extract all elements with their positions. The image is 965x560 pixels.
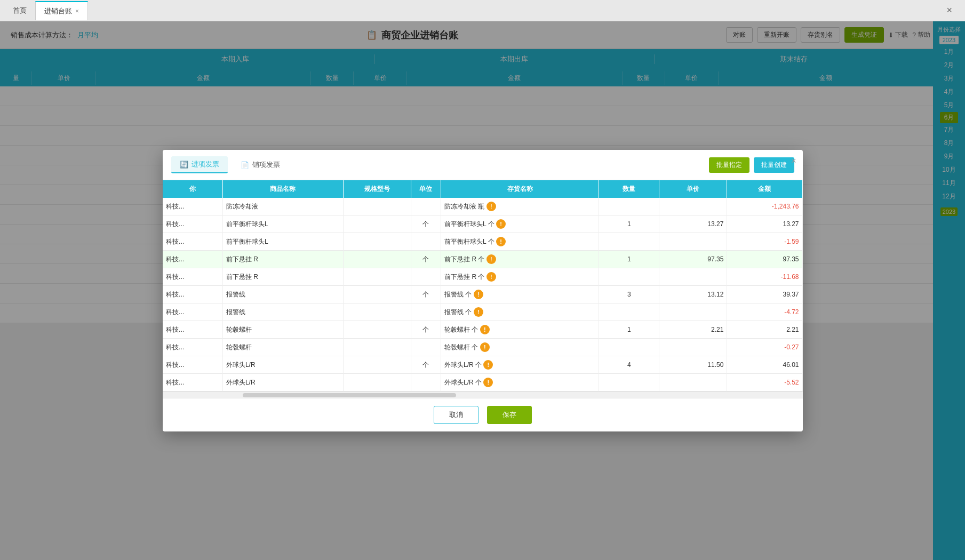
cell-price: 13.12 (659, 286, 727, 303)
cell-unit (411, 303, 441, 321)
cell-inventory: 前平衡杆球头L 个 ! (441, 233, 599, 251)
purchase-tab-label: 进项发票 (192, 159, 219, 169)
cell-product: 前下悬挂 R (222, 251, 343, 268)
table-row: 科技… 外球头L/R 个 外球头L/R 个 ! 4 11.50 46.01 (163, 356, 803, 374)
warning-icon[interactable]: ! (496, 237, 506, 246)
save-button[interactable]: 保存 (487, 406, 532, 424)
cell-company: 科技… (163, 233, 223, 251)
cell-spec (343, 321, 411, 339)
cancel-button[interactable]: 取消 (434, 406, 478, 424)
cell-unit: 个 (411, 286, 441, 303)
cell-amount: -5.52 (727, 374, 802, 391)
warning-icon[interactable]: ! (496, 219, 506, 229)
cell-product: 轮毂螺杆 (222, 339, 343, 356)
cell-spec (343, 374, 411, 391)
warning-icon[interactable]: ! (474, 307, 483, 317)
modal-table-container[interactable]: 你 商品名称 规格型号 单位 存货名称 数量 单价 金额 科技… 防冻冷却液 (163, 180, 803, 391)
cell-qty (599, 198, 659, 215)
purchase-tab-icon: 🔄 (180, 161, 188, 169)
cell-company: 科技… (163, 356, 223, 374)
col-price: 单价 (659, 180, 727, 198)
modal-horizontal-scrollbar[interactable] (163, 391, 803, 398)
cell-price (659, 268, 727, 286)
cell-qty (599, 303, 659, 321)
cell-amount: 46.01 (727, 356, 802, 374)
warning-icon[interactable]: ! (474, 290, 483, 299)
cell-spec (343, 215, 411, 233)
cell-qty (599, 374, 659, 391)
table-row: 科技… 前下悬挂 R 个 前下悬挂 R 个 ! 1 97.35 97.35 (163, 251, 803, 268)
cell-amount: -11.68 (727, 268, 802, 286)
table-row: 科技… 前平衡杆球头L 前平衡杆球头L 个 ! -1.59 (163, 233, 803, 251)
cell-amount: -1.59 (727, 233, 802, 251)
main-background: 销售成本计算方法： 月平均 📋 商贸企业进销台账 对账 重新开账 存货别名 生成… (0, 21, 965, 560)
modal-footer: 取消 保存 (163, 398, 803, 431)
cell-company: 科技… (163, 286, 223, 303)
tab-purchase-invoice[interactable]: 🔄 进项发票 (171, 156, 228, 173)
cell-company: 科技… (163, 215, 223, 233)
cell-qty: 1 (599, 321, 659, 339)
tab-sales-invoice[interactable]: 📄 销项发票 (232, 157, 289, 173)
scrollbar-thumb[interactable] (243, 393, 456, 397)
cell-price: 2.21 (659, 321, 727, 339)
col-spec: 规格型号 (343, 180, 411, 198)
cell-company: 科技… (163, 303, 223, 321)
cell-inventory: 防冻冷却液 瓶 ! (441, 198, 599, 215)
cell-price (659, 374, 727, 391)
warning-icon[interactable]: ! (480, 342, 490, 352)
cell-qty: 4 (599, 356, 659, 374)
cell-qty: 3 (599, 286, 659, 303)
cell-unit (411, 268, 441, 286)
cell-inventory: 轮毂螺杆 个 ! (441, 339, 599, 356)
cell-company: 科技… (163, 339, 223, 356)
table-row: 科技… 外球头L/R 外球头L/R 个 ! -5.52 (163, 374, 803, 391)
warning-icon[interactable]: ! (487, 202, 496, 211)
tab-close-icon[interactable]: × (75, 7, 79, 15)
cell-inventory: 轮毂螺杆 个 ! (441, 321, 599, 339)
tab-home-label: 首页 (13, 6, 27, 15)
cell-spec (343, 339, 411, 356)
cell-product: 防冻冷却液 (222, 198, 343, 215)
col-unit: 单位 (411, 180, 441, 198)
tab-ledger[interactable]: 进销台账 × (35, 1, 88, 20)
modal-close-button[interactable]: × (791, 156, 796, 166)
cell-company: 科技… (163, 321, 223, 339)
cell-company: 科技… (163, 268, 223, 286)
sales-tab-icon: 📄 (241, 161, 249, 169)
warning-icon[interactable]: ! (483, 360, 493, 370)
warning-icon[interactable]: ! (487, 254, 496, 264)
cell-amount: 39.37 (727, 286, 802, 303)
cell-amount: 13.27 (727, 215, 802, 233)
cell-inventory: 前下悬挂 R 个 ! (441, 251, 599, 268)
cell-product: 前下悬挂 R (222, 268, 343, 286)
cell-spec (343, 303, 411, 321)
cell-company: 科技… (163, 374, 223, 391)
warning-icon[interactable]: ! (480, 325, 490, 334)
col-product: 商品名称 (222, 180, 343, 198)
cell-spec (343, 268, 411, 286)
cell-price (659, 198, 727, 215)
cell-unit: 个 (411, 251, 441, 268)
cell-company: 科技… (163, 251, 223, 268)
tab-bar: 首页 进销台账 × × (0, 0, 965, 21)
cell-spec (343, 251, 411, 268)
cell-product: 报警线 (222, 286, 343, 303)
cell-company: 科技… (163, 198, 223, 215)
batch-create-button[interactable]: 批量创建 (754, 157, 794, 173)
cell-qty (599, 233, 659, 251)
tab-home[interactable]: 首页 (4, 2, 35, 20)
sales-tab-label: 销项发票 (252, 160, 280, 170)
cell-inventory: 前平衡杆球头L 个 ! (441, 215, 599, 233)
cell-amount: -4.72 (727, 303, 802, 321)
window-close-icon[interactable]: × (938, 5, 961, 16)
table-row: 科技… 报警线 个 报警线 个 ! 3 13.12 39.37 (163, 286, 803, 303)
cell-inventory: 报警线 个 ! (441, 303, 599, 321)
cell-qty (599, 339, 659, 356)
batch-assign-button[interactable]: 批量指定 (709, 157, 749, 173)
cell-spec (343, 286, 411, 303)
table-row: 科技… 前平衡杆球头L 个 前平衡杆球头L 个 ! 1 13.27 13.27 (163, 215, 803, 233)
cell-price: 13.27 (659, 215, 727, 233)
warning-icon[interactable]: ! (483, 378, 493, 387)
table-row: 科技… 前下悬挂 R 前下悬挂 R 个 ! -11.68 (163, 268, 803, 286)
warning-icon[interactable]: ! (487, 272, 496, 282)
